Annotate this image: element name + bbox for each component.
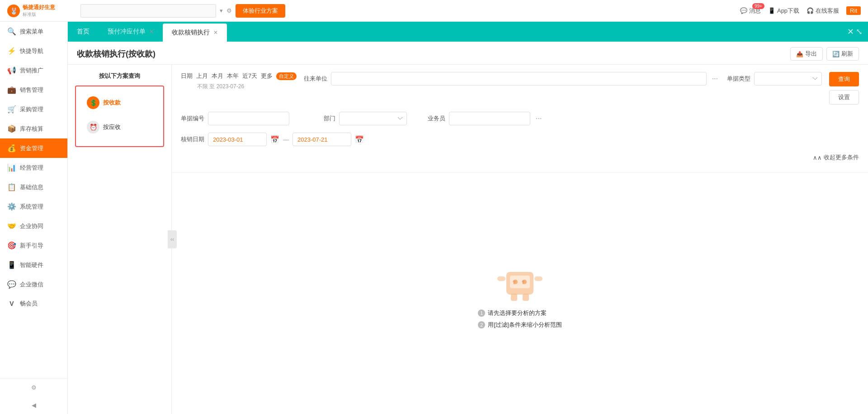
brand-icon: 🐰 (7, 5, 20, 17)
settings-gear-icon[interactable]: ⚙ (226, 7, 232, 14)
query-button[interactable]: 查询 (829, 72, 859, 86)
receipt-option-icon: 💲 (87, 96, 99, 109)
collapse-more-btn[interactable]: ∧∧ 收起更多条件 (813, 150, 859, 165)
sidebar-item-hardware[interactable]: 📱 智能硬件 (0, 255, 67, 275)
partner-input[interactable] (331, 72, 706, 86)
sidebar-item-cooperation[interactable]: 🤝 企业协同 (0, 216, 67, 236)
sidebar-label-wechat: 企业微信 (20, 281, 43, 289)
sidebar-label-operation: 经营管理 (20, 164, 43, 172)
tip-1-text: 请先选择要分析的方案 (488, 309, 547, 317)
svg-rect-6 (511, 294, 517, 301)
shortcut-last-month[interactable]: 上月 (196, 72, 208, 80)
finance-icon: 💰 (7, 144, 16, 152)
brand: 🐰 畅捷通好生意 标准版 (7, 4, 75, 18)
sidebar-item-search[interactable]: 🔍 搜索菜单 (0, 22, 67, 41)
tab-prepay-close[interactable]: ✕ (149, 29, 154, 35)
staff-input[interactable] (449, 112, 530, 125)
hardware-icon: 📱 (7, 261, 16, 269)
tab-receipt[interactable]: 收款核销执行 ✕ (163, 24, 227, 42)
sidebar-label-system: 系统管理 (20, 203, 43, 211)
verify-date-field: 核销日期 📅 — 📅 (181, 133, 364, 146)
tab-bar: 首页 预付冲应付单 ✕ 收款核销执行 ✕ ✕ ⤡ (68, 22, 868, 42)
tab-prepay[interactable]: 预付冲应付单 ✕ (99, 22, 163, 42)
inventory-icon: 📦 (7, 124, 16, 133)
empty-tip-1: 1 请先选择要分析的方案 (478, 309, 561, 317)
sidebar-label-cooperation: 企业协同 (20, 222, 43, 230)
query-content-area: 日期 上月 本月 本年 近7天 更多 自定义 不限 至 2023-07-26 (172, 65, 868, 414)
svg-text:?: ? (513, 280, 515, 285)
tab-close-all-btn[interactable]: ✕ (847, 27, 854, 37)
sidebar-item-system[interactable]: ⚙️ 系统管理 (0, 197, 67, 216)
query-form: 日期 上月 本月 本年 近7天 更多 自定义 不限 至 2023-07-26 (172, 65, 868, 173)
sidebar-item-vip[interactable]: V 畅会员 (0, 294, 67, 313)
vip-icon: V (7, 300, 16, 307)
verify-date-start-calendar-icon[interactable]: 📅 (270, 135, 279, 144)
settings-bottom-icon: ⚙ (31, 384, 37, 391)
sidebar-label-quick-nav: 快捷导航 (20, 47, 43, 55)
sidebar-settings-btn[interactable]: ⚙ (0, 379, 67, 396)
empty-state-illustration: ? ? (493, 258, 547, 304)
settings-button[interactable]: 设置 (829, 90, 859, 105)
verify-date-start-input[interactable] (208, 133, 267, 146)
date-field: 日期 上月 本月 本年 近7天 更多 自定义 不限 至 2023-07-26 (181, 72, 297, 90)
sidebar-item-operation[interactable]: 📊 经营管理 (0, 158, 67, 177)
tip-2-num: 2 (478, 321, 485, 328)
tab-expand-btn[interactable]: ⤡ (856, 27, 863, 37)
message-action[interactable]: 💬 消息 99+ (740, 7, 761, 15)
filter-by-receivable[interactable]: ⏰ 按应收 (81, 116, 158, 138)
sidebar-item-guide[interactable]: 🎯 新手引导 (0, 236, 67, 255)
partner-label: 往来单位 (304, 75, 327, 83)
empty-tip-2: 2 用[过滤]条件来缩小分析范围 (478, 321, 561, 329)
shortcut-7days[interactable]: 近7天 (242, 72, 257, 80)
query-action-btns: 查询 设置 (829, 72, 859, 105)
staff-dots-btn[interactable]: ··· (534, 114, 543, 123)
date-no-limit: 不限 (197, 83, 208, 90)
app-download-label: App下载 (777, 7, 799, 15)
svg-rect-4 (497, 276, 505, 281)
top-header-actions: 💬 消息 99+ 📱 App下载 🎧 在线客服 Rit (740, 6, 861, 15)
sidebar-label-purchase: 采购管理 (20, 105, 43, 114)
filter-options-container: 💲 按收款 ⏰ 按应收 (75, 86, 164, 147)
export-button[interactable]: 📤 导出 (790, 47, 823, 61)
sidebar-item-marketing[interactable]: 📢 营销推广 (0, 61, 67, 80)
message-icon: 💬 (740, 7, 747, 14)
sidebar-item-quick-nav[interactable]: ⚡ 快捷导航 (0, 41, 67, 61)
bill-no-input[interactable] (208, 112, 289, 125)
user-name: Rit (846, 6, 861, 15)
brand-info: 畅捷通好生意 标准版 (23, 4, 55, 18)
sidebar-item-inventory[interactable]: 📦 库存核算 (0, 119, 67, 138)
sidebar-collapse-btn[interactable]: ◀ (0, 396, 67, 414)
shortcut-this-month[interactable]: 本月 (212, 72, 223, 80)
global-search-input[interactable] (80, 4, 216, 18)
shortcut-this-year[interactable]: 本年 (227, 72, 239, 80)
app-download-action[interactable]: 📱 App下载 (768, 7, 799, 15)
sidebar-item-finance[interactable]: 💰 资金管理 (0, 138, 67, 158)
sidebar-item-basic-info[interactable]: 📋 基础信息 (0, 177, 67, 197)
filter-by-receipt-label: 按收款 (103, 99, 121, 107)
sidebar-item-sales[interactable]: 💼 销售管理 (0, 80, 67, 100)
refresh-icon: 🔄 (832, 51, 840, 57)
sidebar-item-purchase[interactable]: 🛒 采购管理 (0, 100, 67, 119)
solution-button[interactable]: 体验行业方案 (236, 4, 285, 18)
bill-type-select[interactable] (754, 72, 822, 86)
shortcut-more[interactable]: 更多 (261, 72, 273, 80)
staff-field: 业务员 ··· (428, 112, 543, 125)
dropdown-arrow-icon[interactable]: ▾ (220, 7, 223, 14)
partner-dots-btn[interactable]: ··· (710, 75, 720, 83)
tab-home[interactable]: 首页 (68, 22, 99, 42)
filter-panel-collapse-btn[interactable]: ‹‹ (168, 230, 177, 248)
filter-panel: 按以下方案查询 💲 按收款 ⏰ 按应收 ‹‹ (68, 65, 172, 414)
filter-by-receipt[interactable]: 💲 按收款 (81, 92, 158, 114)
verify-date-end-input[interactable] (292, 133, 351, 146)
dept-select[interactable] (339, 112, 407, 125)
sidebar-item-wechat[interactable]: 💬 企业微信 (0, 275, 67, 294)
verify-date-end-calendar-icon[interactable]: 📅 (355, 135, 364, 144)
date-separator: — (283, 136, 289, 143)
refresh-button[interactable]: 🔄 刷新 (826, 47, 859, 61)
tab-receipt-close[interactable]: ✕ (213, 29, 218, 36)
user-avatar[interactable]: Rit (846, 6, 861, 15)
date-range-display: 不限 至 2023-07-26 (181, 83, 297, 90)
sidebar-label-search: 搜索菜单 (20, 28, 43, 36)
page-actions: 📤 导出 🔄 刷新 (790, 47, 859, 61)
online-service-action[interactable]: 🎧 在线客服 (807, 7, 839, 15)
